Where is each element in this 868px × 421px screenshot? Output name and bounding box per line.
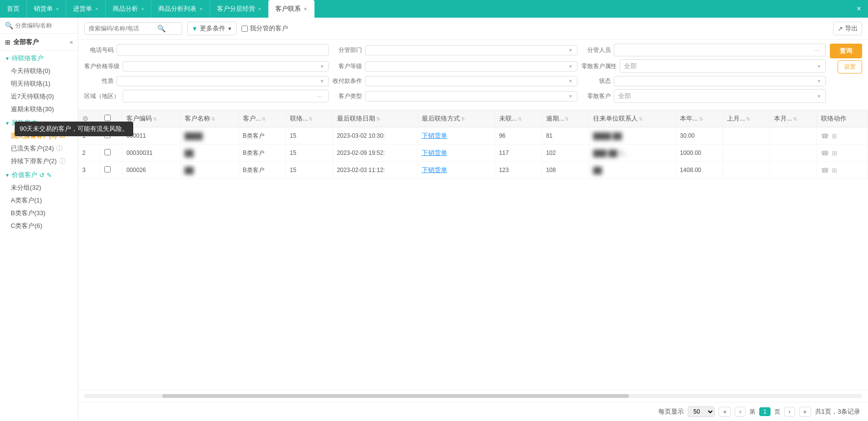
more-conditions-button[interactable]: ▼ 更多条件 ▼ (187, 22, 237, 35)
row-name: ██ (180, 162, 239, 179)
row-last-date: 2023-03-02 10:30: (333, 127, 417, 145)
all-customers-header[interactable]: ⊞ 全部客户 « (0, 34, 78, 51)
search-button[interactable]: 🔍 (157, 25, 166, 32)
table-row: 3 000026 ██ B类客户 15 2023-02-03 11:12: 下销… (78, 162, 868, 179)
close-icon[interactable]: × (95, 6, 98, 12)
tab-sales[interactable]: 销货单 × (27, 0, 66, 18)
more-icon[interactable]: ··· (315, 92, 325, 100)
sort-icon[interactable]: ⇅ (309, 116, 313, 122)
sort-icon[interactable]: ⇅ (793, 116, 797, 122)
close-icon[interactable]: × (304, 6, 307, 12)
close-icon[interactable]: × (56, 6, 59, 12)
sort-icon[interactable]: ⇅ (211, 116, 215, 122)
settings-button[interactable]: 设置 (838, 60, 862, 74)
sort-icon[interactable]: ⇅ (565, 116, 569, 122)
tab-bar: 首页 销货单 × 进货单 × 商品分析 × 商品分析列表 × 客户分层经营 × … (0, 0, 868, 18)
tab-home[interactable]: 首页 (0, 0, 27, 18)
pending-contact-group[interactable]: ▼ 待联络客户 (0, 51, 78, 65)
zero-customer-label: 零散客户 (581, 92, 611, 100)
row-select-checkbox[interactable] (104, 166, 111, 173)
per-page-select[interactable]: 50 100 200 (688, 406, 715, 417)
expand-arrow-icon: ▼ (5, 121, 10, 126)
tab-purchase[interactable]: 进货单 × (66, 0, 105, 18)
grade-select[interactable]: ▼ (365, 61, 577, 72)
next-page-button[interactable]: › (784, 407, 795, 417)
row-checkbox (100, 145, 122, 162)
status-select[interactable]: ▼ (614, 76, 826, 86)
my-customers-checkbox-wrap[interactable]: 我分管的客户 (241, 24, 288, 33)
my-customers-checkbox[interactable] (241, 25, 248, 32)
first-page-button[interactable]: « (719, 407, 731, 417)
zero-customer-select[interactable]: 全部 ▼ (614, 89, 826, 103)
staff-select[interactable]: ··· (614, 44, 826, 56)
chevron-down-icon: ▼ (568, 94, 573, 99)
more-action-icon[interactable]: ⊞ (832, 132, 837, 140)
sort-icon[interactable]: ⇅ (518, 116, 522, 122)
dept-select[interactable]: ▼ (365, 45, 577, 55)
sidebar-item-7days[interactable]: 近7天待联络(0) (0, 90, 78, 103)
scrollbar-thumb[interactable] (162, 394, 629, 398)
last-page-button[interactable]: » (799, 407, 811, 417)
sort-icon[interactable]: ⇅ (461, 116, 465, 122)
sidebar-item-declining[interactable]: 持续下滑客户(2) ⓘ (0, 155, 78, 168)
more-action-icon[interactable]: ⊞ (832, 167, 837, 174)
row-this-month (770, 162, 817, 179)
collapse-icon[interactable]: « (70, 39, 73, 46)
price-grade-select[interactable]: ▼ (122, 61, 329, 72)
more-icon[interactable]: ··· (812, 46, 821, 54)
edit-icon[interactable]: ✎ (47, 172, 52, 179)
sort-icon[interactable]: ⇅ (639, 116, 643, 122)
zero-attr-select[interactable]: 全部 ▼ (620, 59, 826, 73)
close-all-tabs[interactable]: × (850, 4, 868, 13)
query-button[interactable]: 查询 (830, 44, 862, 58)
select-all-checkbox[interactable] (104, 115, 111, 121)
filter-row-2: 客户价格等级 ▼ 客户等级 ▼ (84, 59, 826, 73)
row-select-checkbox[interactable] (104, 149, 111, 155)
phone-input[interactable] (117, 44, 329, 56)
tab-analysis-list[interactable]: 商品分析列表 × (151, 0, 210, 18)
horizontal-scrollbar[interactable] (78, 390, 868, 402)
prev-page-button[interactable]: ‹ (735, 407, 746, 417)
export-button[interactable]: ↗ 导出 (833, 22, 862, 35)
row-last-method: 下销货单 (417, 162, 495, 179)
export-icon: ↗ (838, 25, 843, 32)
sort-icon[interactable]: ⇅ (262, 116, 265, 122)
filter-buttons: 查询 设置 (830, 44, 862, 74)
close-icon[interactable]: × (199, 6, 202, 12)
contact-icon[interactable]: ☎ (821, 167, 829, 174)
tab-analysis[interactable]: 商品分析 × (106, 0, 151, 18)
sort-icon[interactable]: ⇅ (746, 116, 750, 122)
per-page-label: 每页显示 (658, 407, 684, 416)
filter-dept: 分管部门 ▼ (333, 45, 577, 55)
info-icon: ⓘ (56, 145, 63, 152)
chevron-down-icon: ▼ (568, 48, 573, 53)
filter-grade: 客户等级 ▼ (333, 61, 577, 72)
close-icon[interactable]: × (258, 6, 261, 12)
payment-select[interactable]: ▼ (365, 76, 577, 86)
area-select[interactable]: ··· (122, 90, 329, 102)
sidebar-item-a-class[interactable]: A类客户(1) (0, 194, 78, 207)
more-action-icon[interactable]: ⊞ (832, 149, 837, 157)
tab-customer-layers[interactable]: 客户分层经营 × (210, 0, 268, 18)
contact-icon[interactable]: ☎ (821, 149, 829, 157)
sort-icon[interactable]: ⇅ (153, 116, 157, 122)
contact-icon[interactable]: ☎ (821, 132, 829, 140)
sidebar-search-input[interactable] (15, 22, 73, 29)
sort-icon[interactable]: ⇅ (699, 116, 703, 122)
gender-select[interactable]: ▼ (117, 76, 329, 86)
sidebar-item-today[interactable]: 今天待联络(0) (0, 65, 78, 77)
sidebar-item-tomorrow[interactable]: 明天待联络(1) (0, 77, 78, 90)
search-input[interactable] (89, 25, 157, 32)
customer-type-select[interactable]: ▼ (365, 91, 577, 101)
refresh-icon[interactable]: ↺ (39, 172, 45, 179)
row-last-month (723, 145, 770, 162)
sort-icon[interactable]: ⇅ (376, 116, 380, 122)
sidebar-item-overdue[interactable]: 逾期未联络(30) (0, 103, 78, 116)
value-customer-group[interactable]: ▼ 价值客户 ↺ ✎ (0, 168, 78, 181)
sidebar-item-c-class[interactable]: C类客户(6) (0, 220, 78, 232)
sidebar-item-ungroup[interactable]: 未分组(32) (0, 181, 78, 194)
tab-customer-contact[interactable]: 客户联系 × (268, 0, 314, 18)
close-icon[interactable]: × (141, 6, 144, 12)
sidebar-item-b-class[interactable]: B类客户(33) (0, 207, 78, 220)
sidebar-item-churned[interactable]: 已流失客户(24) ⓘ (0, 142, 78, 155)
